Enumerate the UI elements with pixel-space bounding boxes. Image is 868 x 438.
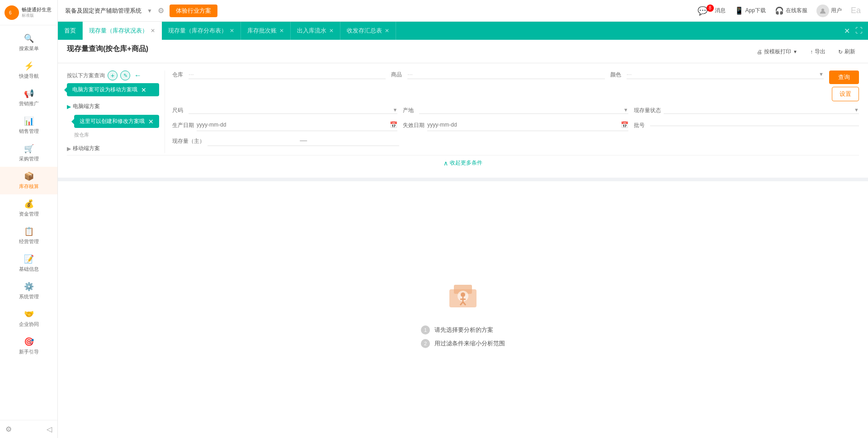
- trial-btn[interactable]: 体验行业方案: [170, 5, 217, 17]
- app-logo: 6 畅捷通好生意 标准版: [0, 0, 57, 25]
- scheme-item-mobile[interactable]: ▶ 移动端方案: [67, 144, 159, 153]
- stock-status-label: 现存量状态: [634, 107, 661, 114]
- tab-inventory-status[interactable]: 现存量（库存状况表） ✕: [83, 22, 162, 40]
- logo-text: 畅捷通好生意: [22, 6, 52, 13]
- collapse-sidebar-icon[interactable]: ◁: [47, 425, 52, 433]
- settings-btn[interactable]: ⚙: [158, 6, 164, 15]
- headset-icon: 🎧: [775, 6, 784, 15]
- sidebar-item-label: 资金管理: [19, 211, 39, 217]
- tab-close-icon[interactable]: ✕: [230, 28, 234, 34]
- main-area: 装备及固定资产辅助管理系统 ▼ ⚙ 体验行业方案 💬 8 消息 📱 App下载 …: [58, 0, 868, 438]
- tab-label: 现存量（库存状况表）: [89, 27, 148, 35]
- sidebar-item-guide[interactable]: 🎯 新手引导: [0, 332, 57, 360]
- scheme-tooltip2: 这里可以创建和修改方案哦 ✕: [74, 115, 159, 128]
- tooltip-close-btn[interactable]: ✕: [141, 86, 146, 94]
- sidebar-item-ops[interactable]: 📋 经营管理: [0, 222, 57, 250]
- query-btn[interactable]: 查询: [829, 71, 859, 84]
- sidebar-item-marketing[interactable]: 📢 营销推广: [0, 84, 57, 112]
- sidebar-item-system[interactable]: ⚙️ 系统管理: [0, 277, 57, 305]
- sidebar-item-label: 采购管理: [19, 155, 39, 162]
- color-dots[interactable]: ···: [627, 71, 632, 78]
- reset-btn[interactable]: 设置: [832, 87, 859, 101]
- tab-close-icon[interactable]: ✕: [385, 28, 389, 34]
- refresh-btn[interactable]: ↻ 刷新: [835, 46, 859, 57]
- filter-scheme-label: 按以下方案查询: [67, 72, 105, 80]
- collapse-bar[interactable]: ∧ 收起更多条件: [67, 155, 859, 170]
- add-scheme-btn[interactable]: +: [108, 71, 118, 80]
- tab-home[interactable]: 首页: [58, 22, 83, 40]
- tab-close-icon[interactable]: ✕: [329, 28, 334, 34]
- settings-icon[interactable]: ⚙: [5, 425, 12, 433]
- size-chevron[interactable]: ▼: [392, 107, 397, 113]
- tab-batch[interactable]: 库存批次账 ✕: [241, 22, 291, 40]
- tooltip2-close-btn[interactable]: ✕: [148, 118, 154, 125]
- avatar: [816, 5, 829, 17]
- close-all-tabs-icon[interactable]: ✕: [842, 25, 852, 37]
- header-left: 装备及固定资产辅助管理系统 ▼ ⚙ 体验行业方案: [65, 5, 217, 17]
- edit-scheme-btn[interactable]: ✎: [120, 71, 130, 80]
- app-download-btn[interactable]: 📱 App下载: [735, 6, 766, 15]
- tab-home-label: 首页: [64, 27, 76, 35]
- step2-text: 用过滤条件来缩小分析范围: [434, 339, 505, 348]
- sidebar-item-purchase[interactable]: 🛒 采购管理: [0, 139, 57, 167]
- search-icon: 🔍: [24, 33, 34, 43]
- sidebar-item-collab[interactable]: 🤝 企业协同: [0, 305, 57, 332]
- tab-close-icon[interactable]: ✕: [279, 28, 284, 34]
- logo-icon: 6: [5, 5, 19, 20]
- color-chevron[interactable]: ▼: [819, 71, 824, 77]
- tabs-bar: 首页 现存量（库存状况表） ✕ 现存量（库存分布表） ✕ 库存批次账 ✕ 出入库…: [58, 22, 868, 40]
- tab-inout[interactable]: 出入库流水 ✕: [291, 22, 340, 40]
- user-btn[interactable]: 用户: [816, 5, 842, 17]
- scheme-tooltip2-text: 这里可以创建和修改方案哦: [80, 118, 145, 125]
- sidebar-nav: 🔍 搜索菜单 ⚡ 快捷导航 📢 营销推广 📊 销售管理 🛒 采购管理 📦 库存核…: [0, 25, 57, 420]
- tab-inventory-dist[interactable]: 现存量（库存分布表） ✕: [162, 22, 241, 40]
- cart-icon: 🛒: [24, 144, 34, 154]
- sidebar-item-inventory[interactable]: 📦 库存核算: [0, 167, 57, 194]
- tab-summary[interactable]: 收发存汇总表 ✕: [340, 22, 396, 40]
- step1-text: 请先选择要分析的方案: [434, 326, 493, 334]
- tab-close-icon[interactable]: ✕: [151, 28, 155, 34]
- header-right: 💬 8 消息 📱 App下载 🎧 在线客服 用户 Ea: [698, 5, 861, 17]
- page-title: 现存量查询(按仓库+商品): [67, 44, 148, 54]
- stock-status-chevron[interactable]: ▼: [854, 107, 859, 113]
- export-btn[interactable]: ↑ 导出: [807, 46, 829, 57]
- scheme-tooltip: 电脑方案可设为移动方案哦 ✕: [67, 83, 159, 96]
- warehouse-dots[interactable]: ···: [189, 71, 194, 78]
- scheme-item-pc[interactable]: ▶ 电脑端方案: [67, 102, 159, 111]
- size-label: 尺码: [172, 107, 186, 114]
- goods-label: 商品: [391, 71, 405, 79]
- origin-chevron[interactable]: ▼: [623, 107, 628, 113]
- money-icon: 💰: [24, 199, 34, 209]
- expire-date-calendar-icon[interactable]: 📅: [621, 121, 628, 128]
- message-icon: 💬: [698, 6, 708, 16]
- print-btn[interactable]: 🖨 按模板打印 ▼: [753, 46, 801, 57]
- svg-text:6: 6: [9, 10, 12, 15]
- sidebar-item-label: 企业协同: [19, 321, 39, 328]
- gear-icon: ⚙️: [24, 282, 34, 292]
- prod-date-calendar-icon[interactable]: 📅: [390, 121, 397, 128]
- sidebar-item-quicknav[interactable]: ⚡ 快捷导航: [0, 57, 57, 84]
- sidebar-item-basic[interactable]: 📝 基础信息: [0, 250, 57, 277]
- maximize-icon[interactable]: ⛶: [854, 25, 864, 37]
- sidebar-item-finance[interactable]: 💰 资金管理: [0, 194, 57, 222]
- empty-step-2: 2 用过滤条件来缩小分析范围: [421, 339, 505, 348]
- sidebar-footer: ⚙ ◁: [0, 420, 57, 438]
- message-btn[interactable]: 💬 8 消息: [698, 6, 726, 16]
- expire-date-input[interactable]: [427, 120, 620, 130]
- prev-scheme-btn[interactable]: ←: [133, 71, 143, 80]
- prod-date-label: 生产日期: [172, 122, 194, 129]
- logo-badge: 标准版: [22, 13, 52, 19]
- header-dropdown-icon[interactable]: ▼: [147, 8, 152, 14]
- message-badge: 8: [707, 5, 714, 12]
- sidebar-item-search[interactable]: 🔍 搜索菜单: [0, 29, 57, 57]
- empty-steps: 1 请先选择要分析的方案 2 用过滤条件来缩小分析范围: [421, 325, 505, 348]
- online-support-btn[interactable]: 🎧 在线客服: [775, 6, 807, 15]
- empty-step-1: 1 请先选择要分析的方案: [421, 325, 505, 334]
- sidebar-item-label: 搜索菜单: [19, 45, 39, 52]
- megaphone-icon: 📢: [24, 89, 34, 99]
- sidebar-item-sales[interactable]: 📊 销售管理: [0, 112, 57, 139]
- prod-date-input[interactable]: [197, 120, 390, 130]
- goods-dots[interactable]: ···: [407, 71, 413, 78]
- print-label: 按模板打印: [764, 48, 791, 56]
- target-icon: 🎯: [24, 337, 34, 347]
